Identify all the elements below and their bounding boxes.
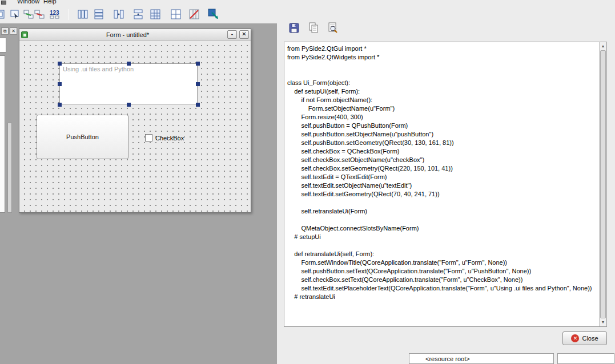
resource-root-item[interactable]: <resource root> — [409, 353, 554, 364]
save-icon[interactable] — [287, 21, 301, 35]
scrollbar-thumb[interactable] — [600, 50, 606, 318]
resource-side-panel — [557, 353, 614, 364]
textedit-widget[interactable]: Using .ui files and Python — [59, 63, 198, 104]
dock-close-button[interactable]: ✕ — [10, 27, 17, 35]
form-window-title: Form - untitled* — [30, 31, 225, 38]
selection-handle-top-mid[interactable] — [127, 62, 131, 66]
scrollbar-up-arrow[interactable]: ▲ — [600, 43, 606, 50]
pushbutton-label: PushButton — [66, 134, 99, 140]
find-icon[interactable] — [326, 21, 340, 35]
selection-handle-mid-right[interactable] — [196, 82, 200, 86]
edit-buddies-icon[interactable] — [33, 7, 46, 21]
generated-code[interactable]: from PySide2.QtGui import * from PySide2… — [284, 42, 599, 326]
copy-icon[interactable] — [307, 21, 320, 35]
selection-handle-mid-left[interactable] — [58, 82, 62, 86]
minimize-button[interactable]: - — [227, 30, 237, 39]
edit-tab-order-icon[interactable]: 123 — [48, 7, 62, 21]
dock-float-button[interactable]: ⧉ — [1, 27, 9, 35]
selection-handle-top-left[interactable] — [58, 62, 62, 66]
pushbutton-widget[interactable]: PushButton — [37, 115, 128, 159]
mdi-area: ⧉ ✕ Form - untitled* - ✕ Using .ui files… — [0, 23, 277, 364]
form-window-titlebar[interactable]: Form - untitled* - ✕ — [19, 29, 251, 41]
svg-text:123: 123 — [50, 10, 59, 16]
layout-splitter-vertical-icon[interactable] — [131, 7, 145, 21]
code-scrollbar[interactable]: ▲ ▼ — [599, 42, 606, 326]
break-layout-icon[interactable] — [187, 7, 201, 21]
selection-handle-bottom-left[interactable] — [58, 103, 62, 107]
adjust-size-icon[interactable] — [207, 7, 220, 21]
selection-handle-bottom-mid[interactable] — [127, 103, 131, 107]
checkbox-indicator[interactable] — [145, 134, 152, 141]
toolbar-separator — [68, 9, 69, 20]
form-window: Form - untitled* - ✕ Using .ui files and… — [19, 29, 251, 213]
edit-widgets-icon[interactable] — [8, 7, 22, 21]
app-icon — [1, 1, 6, 5]
close-button-label: Close — [582, 335, 598, 342]
widgetbox-panel-sliver — [0, 55, 5, 213]
menubar: Window Help — [0, 0, 615, 5]
layout-form-icon[interactable] — [169, 7, 183, 21]
menu-help[interactable]: Help — [43, 0, 57, 5]
code-preview-dialog: from PySide2.QtGui import * from PySide2… — [277, 17, 615, 351]
close-window-button[interactable]: ✕ — [239, 30, 249, 39]
layout-horizontal-icon[interactable] — [76, 7, 90, 21]
layout-grid-icon[interactable] — [148, 7, 162, 21]
close-button[interactable]: ✕ Close — [562, 331, 607, 345]
form-file-icon — [21, 31, 28, 38]
selection-handle-bottom-right[interactable] — [196, 103, 200, 107]
clipped-tool-icon[interactable] — [0, 7, 6, 21]
widgetbox-scrollbar[interactable] — [7, 123, 12, 213]
checkbox-widget[interactable]: CheckBox — [145, 126, 203, 149]
layout-vertical-icon[interactable] — [92, 7, 106, 21]
scrollbar-down-arrow[interactable]: ▼ — [600, 319, 606, 326]
checkbox-label: CheckBox — [155, 135, 184, 141]
menu-window[interactable]: Window — [17, 0, 39, 5]
selection-handle-top-right[interactable] — [196, 62, 200, 66]
code-view[interactable]: from PySide2.QtGui import * from PySide2… — [284, 42, 607, 327]
form-canvas[interactable]: Using .ui files and Python PushButton Ch… — [19, 41, 251, 212]
widgetbox-filter-sliver[interactable] — [0, 38, 6, 52]
close-button-icon: ✕ — [571, 334, 579, 342]
layout-splitter-horizontal-icon[interactable] — [112, 7, 126, 21]
